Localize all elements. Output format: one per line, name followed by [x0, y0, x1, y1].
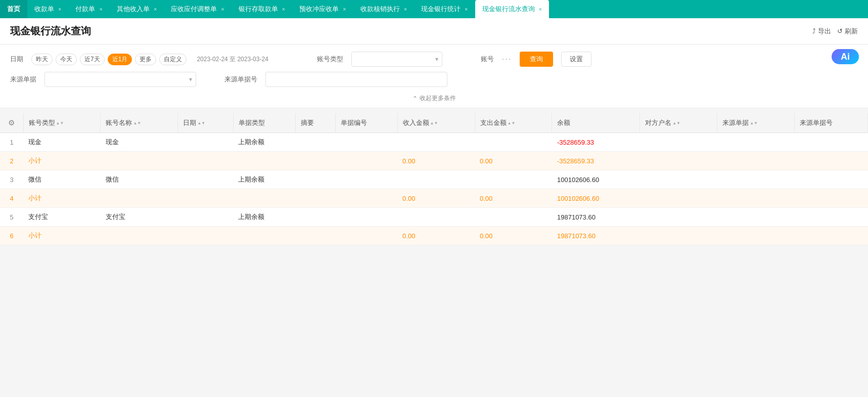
table-row: 1 现金 现金 上期余额 -3528659.33: [0, 133, 868, 152]
cell-account-type: 现金: [23, 133, 101, 152]
date-today[interactable]: 今天: [56, 54, 77, 65]
cell-expense: 0.00: [475, 227, 552, 245]
source-doc-label: 来源单据: [10, 75, 36, 84]
cell-doc-no: [335, 189, 397, 208]
cell-source-doc-no: [795, 152, 868, 170]
nav-payments[interactable]: 付款单 ×: [68, 0, 109, 18]
nav-receipts[interactable]: 收款单 ×: [27, 0, 68, 18]
cell-date: [178, 189, 233, 208]
nav-adjustment[interactable]: 应收应付调整单 ×: [164, 0, 231, 18]
cell-date: [178, 133, 233, 152]
cell-id: 2: [0, 152, 23, 170]
header-actions: ⤴ 导出 ↺ 刷新: [812, 27, 858, 36]
table-row: 3 微信 微信 上期余额 100102606.60: [0, 170, 868, 189]
cell-counterparty: [640, 170, 717, 189]
nav-home[interactable]: 首页: [0, 0, 27, 18]
close-icon[interactable]: ×: [465, 0, 468, 18]
sort-icon[interactable]: ▲▼: [56, 121, 64, 125]
query-button[interactable]: 查询: [520, 52, 553, 67]
close-icon[interactable]: ×: [221, 0, 224, 18]
close-icon[interactable]: ×: [154, 0, 157, 18]
cell-income: 0.00: [397, 189, 475, 208]
cell-counterparty: [640, 208, 717, 227]
date-7days[interactable]: 近7天: [80, 54, 105, 65]
cell-source-doc: [717, 189, 795, 208]
cell-doc-no: [335, 170, 397, 189]
refresh-button[interactable]: ↺ 刷新: [837, 27, 858, 36]
cell-account-type: 支付宝: [23, 208, 101, 227]
nav-advance-receipts[interactable]: 预收冲应收单 ×: [292, 0, 353, 18]
col-expense: 支出金额▲▼: [475, 113, 552, 133]
data-table: ⚙ 账号类型▲▼ 账号名称▲▼ 日期▲▼ 单据类型 摘要 单据编号 收入金额▲▼: [0, 113, 868, 245]
date-1month[interactable]: 近1月: [108, 54, 132, 65]
col-counterparty: 对方户名▲▼: [640, 113, 717, 133]
close-icon[interactable]: ×: [343, 0, 346, 18]
cell-expense: [475, 133, 552, 152]
nav-receipts-exec[interactable]: 收款核销执行 ×: [353, 0, 414, 18]
col-summary: 摘要: [295, 113, 335, 133]
cell-account-name: 支付宝: [101, 208, 178, 227]
refresh-icon: ↺: [837, 27, 843, 35]
cell-summary: [295, 189, 335, 208]
cell-id: 6: [0, 227, 23, 245]
source-doc-select[interactable]: [44, 72, 196, 87]
export-button[interactable]: ⤴ 导出: [812, 27, 831, 36]
cell-balance: -3528659.33: [552, 152, 640, 170]
export-icon: ⤴: [812, 27, 816, 35]
sort-icon[interactable]: ▲▼: [508, 121, 516, 125]
account-label: 账号: [481, 55, 494, 64]
cell-balance: 19871073.60: [552, 208, 640, 227]
cell-income: [397, 133, 475, 152]
cell-id: 4: [0, 189, 23, 208]
filter-area: 日期 昨天 今天 近7天 近1月 更多 自定义 2023-02-24 至 202…: [0, 45, 868, 108]
cell-summary: [295, 227, 335, 245]
nav-other-income[interactable]: 其他收入单 ×: [110, 0, 164, 18]
sort-icon[interactable]: ▲▼: [750, 121, 758, 125]
cell-source-doc: [717, 170, 795, 189]
source-doc-no-input[interactable]: [265, 72, 447, 87]
nav-bank-deposit[interactable]: 银行存取款单 ×: [232, 0, 292, 18]
close-icon[interactable]: ×: [58, 0, 61, 18]
cell-account-type: 小计: [23, 152, 101, 170]
date-custom[interactable]: 自定义: [159, 54, 187, 65]
sort-icon[interactable]: ▲▼: [133, 121, 141, 125]
sort-icon[interactable]: ▲▼: [430, 121, 438, 125]
col-doc-no: 单据编号: [335, 113, 397, 133]
sort-icon[interactable]: ▲▼: [197, 121, 205, 125]
date-more[interactable]: 更多: [135, 54, 156, 65]
close-icon[interactable]: ×: [282, 0, 285, 18]
cell-income: 0.00: [397, 227, 475, 245]
collapse-bar[interactable]: ⌃ 收起更多条件: [10, 92, 858, 103]
nav-bank-flow[interactable]: 现金银行流水查询 ×: [475, 0, 549, 18]
ai-badge[interactable]: Ai: [832, 49, 859, 64]
table-row: 2 小计 0.00 0.00 -3528659.33: [0, 152, 868, 170]
cell-id: 3: [0, 170, 23, 189]
cell-income: 0.00: [397, 152, 475, 170]
cell-account-type: 微信: [23, 170, 101, 189]
cell-expense: [475, 208, 552, 227]
table-container: ⚙ 账号类型▲▼ 账号名称▲▼ 日期▲▼ 单据类型 摘要 单据编号 收入金额▲▼: [0, 113, 868, 245]
close-icon[interactable]: ×: [539, 0, 542, 18]
settings-button[interactable]: 设置: [561, 52, 591, 67]
cell-counterparty: [640, 152, 717, 170]
cell-summary: [295, 208, 335, 227]
cell-doc-no: [335, 227, 397, 245]
filter-row-source: 来源单据 来源单据号: [10, 72, 858, 87]
sort-icon[interactable]: ▲▼: [672, 121, 680, 125]
date-yesterday[interactable]: 昨天: [31, 54, 53, 65]
col-settings[interactable]: ⚙: [0, 113, 23, 133]
nav-bank-stats[interactable]: 现金银行统计 ×: [414, 0, 475, 18]
cell-date: [178, 227, 233, 245]
cell-id: 1: [0, 133, 23, 152]
close-icon[interactable]: ×: [99, 0, 102, 18]
account-more-btn[interactable]: ···: [502, 55, 512, 64]
close-icon[interactable]: ×: [404, 0, 407, 18]
cell-income: [397, 170, 475, 189]
account-type-label: 账号类型: [317, 55, 343, 64]
date-options: 昨天 今天 近7天 近1月 更多 自定义: [31, 54, 187, 65]
cell-counterparty: [640, 133, 717, 152]
cell-source-doc-no: [795, 208, 868, 227]
account-type-select[interactable]: 现金 微信 支付宝: [351, 52, 442, 67]
cell-expense: [475, 170, 552, 189]
col-balance: 余额: [552, 113, 640, 133]
